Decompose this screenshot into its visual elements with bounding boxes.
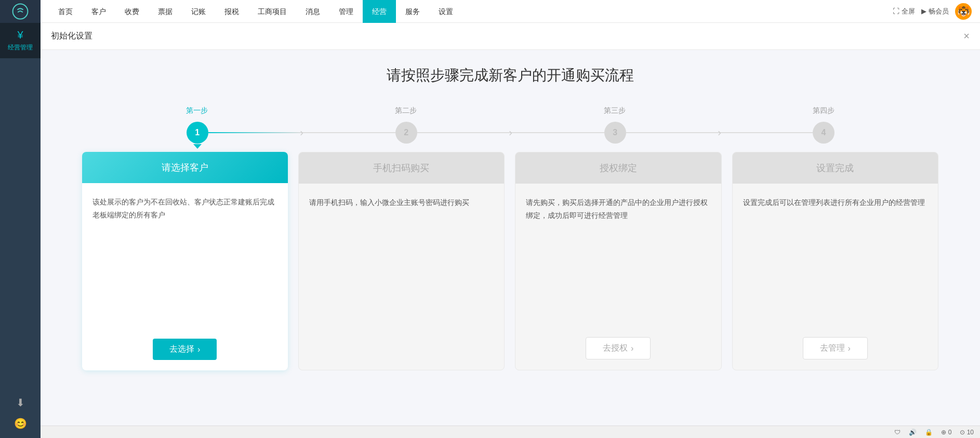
- top-nav: 首页 客户 收费 票据 记账 报税 工商项目 消息 管理 经营 服务 设置 ⛶ …: [41, 0, 980, 23]
- card-2-footer: [299, 349, 505, 370]
- lock-icon: 🔒: [925, 429, 933, 436]
- nav-service[interactable]: 服务: [396, 0, 429, 23]
- arrow-icon-4: ›: [848, 344, 851, 353]
- step-4-col: 第四步 4: [719, 106, 928, 144]
- go-select-button[interactable]: 去选择 ›: [153, 339, 217, 360]
- step-card-3: 授权绑定 请先购买，购买后选择开通的产品中的企业用户进行授权绑定，成功后即可进行…: [515, 152, 722, 370]
- plus-zero: ⊕ 0: [941, 429, 951, 436]
- nav-business[interactable]: 工商项目: [248, 0, 296, 23]
- arrow-icon-1: ›: [197, 345, 200, 354]
- yuan-icon: ¥: [17, 29, 23, 41]
- nav-operation[interactable]: 经营: [363, 0, 396, 23]
- card-3-footer: 去授权 ›: [515, 327, 721, 370]
- nav-home[interactable]: 首页: [49, 0, 82, 23]
- sidebar-logo: [0, 0, 41, 23]
- content-area: 请按照步骤完成新客户的开通购买流程 第一步 1 › 第二步: [41, 50, 980, 386]
- cards-row: 请选择客户 该处展示的客户为不在回收站、客户状态正常建账后完成老板端绑定的所有客…: [61, 152, 959, 370]
- nav-customer[interactable]: 客户: [82, 0, 115, 23]
- step-2-col: 第二步 2 ›: [301, 106, 510, 144]
- nav-fee[interactable]: 收费: [115, 0, 149, 23]
- nav-account[interactable]: 记账: [182, 0, 215, 23]
- step-1-circle: 1: [187, 122, 208, 144]
- nav-items: 首页 客户 收费 票据 记账 报税 工商项目 消息 管理 经营 服务 设置: [49, 0, 893, 23]
- step-3-col: 第三步 3 ›: [510, 106, 719, 144]
- card-1-footer: 去选择 ›: [82, 328, 288, 370]
- nav-message[interactable]: 消息: [296, 0, 329, 23]
- card-3-body: 请先购买，购买后选择开通的产品中的企业用户进行授权绑定，成功后即可进行经营管理: [515, 184, 721, 327]
- step-card-2: 手机扫码购买 请用手机扫码，输入小微企业主账号密码进行购买: [298, 152, 505, 370]
- volume-icon: 🔊: [909, 429, 917, 436]
- nav-tax[interactable]: 报税: [215, 0, 248, 23]
- nav-right: ⛶ 全屏 ▶ 畅会员 🐯: [893, 3, 972, 20]
- step-3-circle: 3: [604, 122, 626, 144]
- sidebar-item-management[interactable]: ¥ 经营管理: [0, 23, 41, 58]
- page-title: 初始化设置: [51, 31, 92, 42]
- main-heading: 请按照步骤完成新客户的开通购买流程: [61, 66, 959, 85]
- arrow-icon-3: ›: [631, 344, 633, 353]
- shield-icon: 🛡: [894, 429, 900, 436]
- avatar[interactable]: 🐯: [955, 3, 972, 20]
- close-button[interactable]: ×: [963, 30, 970, 42]
- support-icon[interactable]: 😊: [14, 417, 27, 430]
- step-card-1: 请选择客户 该处展示的客户为不在回收站、客户状态正常建账后完成老板端绑定的所有客…: [82, 152, 288, 370]
- sidebar: ¥ 经营管理 ⬇ 😊: [0, 0, 41, 438]
- card-2-header: 手机扫码购买: [299, 152, 505, 184]
- nav-admin[interactable]: 管理: [329, 0, 363, 23]
- go-authorize-button[interactable]: 去授权 ›: [586, 337, 651, 359]
- main-content: 初始化设置 × 请按照步骤完成新客户的开通购买流程 第一步 1 ›: [41, 23, 980, 426]
- card-4-header: 设置完成: [733, 152, 938, 184]
- circle-ten: ⊙ 10: [960, 429, 974, 436]
- card-1-header: 请选择客户: [82, 152, 288, 183]
- step-4-circle: 4: [813, 122, 835, 144]
- card-2-body: 请用手机扫码，输入小微企业主账号密码进行购买: [299, 184, 505, 349]
- step-1-label: 第一步: [186, 106, 208, 115]
- nav-bill[interactable]: 票据: [149, 0, 182, 23]
- download-icon[interactable]: ⬇: [16, 396, 25, 409]
- status-bar: ▶ 完成 🛡 🔊 🔒 ⊕ 0 ⊙ 10: [0, 426, 980, 438]
- status-bar-right: 🛡 🔊 🔒 ⊕ 0 ⊙ 10: [894, 429, 974, 436]
- step-2-circle: 2: [395, 122, 417, 144]
- nav-settings[interactable]: 设置: [429, 0, 462, 23]
- sidebar-item-label: 经营管理: [8, 43, 33, 52]
- go-manage-button[interactable]: 去管理 ›: [803, 337, 868, 359]
- fullscreen-btn[interactable]: ⛶ 全屏: [893, 7, 915, 16]
- vip-icon: ▶: [921, 7, 926, 15]
- step-card-4: 设置完成 设置完成后可以在管理列表进行所有企业用户的经营管理 去管理 ›: [732, 152, 939, 370]
- vip-btn[interactable]: ▶ 畅会员: [921, 7, 949, 16]
- card-3-header: 授权绑定: [515, 152, 721, 184]
- card-4-footer: 去管理 ›: [733, 327, 938, 370]
- step-4-label: 第四步: [813, 106, 835, 115]
- step-3-label: 第三步: [604, 106, 626, 115]
- step-1-col: 第一步 1 ›: [92, 106, 301, 144]
- fullscreen-icon: ⛶: [893, 7, 899, 15]
- step-2-label: 第二步: [395, 106, 417, 115]
- card-1-body: 该处展示的客户为不在回收站、客户状态正常建账后完成老板端绑定的所有客户: [82, 183, 288, 328]
- page-header: 初始化设置 ×: [41, 23, 980, 50]
- card-4-body: 设置完成后可以在管理列表进行所有企业用户的经营管理: [733, 184, 938, 327]
